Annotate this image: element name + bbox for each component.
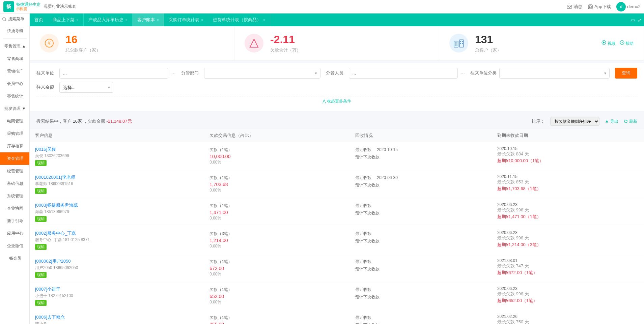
last-collect-label: 最近收款 2020-10-15 (355, 146, 486, 154)
overdue-days: 最长欠款 884 天 (497, 151, 639, 157)
col-header-customer-info: 客户信息 (30, 129, 204, 142)
filter-label-dept: 分管部门 (181, 70, 201, 76)
next-collect: 预计下次收款 (355, 294, 486, 301)
tab-maximize-btn[interactable]: ⤢ (638, 18, 641, 23)
overdue-amount[interactable]: 超期¥1,703.68（1笔） (497, 186, 639, 192)
tab-close-purchase-order[interactable]: × (201, 18, 203, 22)
tab-minimize-btn[interactable]: ▭ (631, 18, 635, 23)
tab-products-off[interactable]: 商品上下架 × (48, 13, 84, 26)
tab-close-products-off[interactable]: × (77, 18, 79, 22)
video-btn[interactable]: 视频 (601, 40, 615, 47)
manager-input[interactable] (349, 68, 458, 79)
overdue-amount[interactable]: 超期¥10,000.00（1笔） (497, 158, 639, 164)
tab-inbound-stats[interactable]: 进货单统计表（按商品） × (208, 13, 270, 26)
export-btn[interactable]: 导出 (605, 119, 618, 124)
debt-ratio: 0.00% (209, 244, 344, 248)
tab-close-customer-account[interactable]: × (157, 18, 159, 22)
cell-due-date: 2020.11.15 最长欠款 853 天 超期¥1,703.68（1笔） (492, 170, 644, 198)
sidebar-item-quick-nav[interactable]: 快捷导航 (0, 25, 29, 37)
sidebar-item-member-plus[interactable]: 畅会员 (0, 252, 29, 265)
svg-rect-17 (462, 43, 463, 44)
filter-dept: 分管部门 (181, 68, 320, 79)
overdue-amount[interactable]: 超期¥652.00（1笔） (497, 298, 639, 304)
col-header-debt-info: 欠款交易信息（占比） (204, 129, 350, 142)
help-btn[interactable]: ? 帮助 (620, 40, 634, 47)
tab-customer-account[interactable]: 客户账本 × (133, 13, 164, 26)
user-avatar[interactable]: d demo2 (616, 2, 641, 11)
sidebar-item-retail-stats[interactable]: 零售统计 (0, 90, 29, 102)
cell-customer-info: [0007]小进干 小进干 18279152100 现销 (30, 282, 204, 310)
svg-rect-2 (589, 6, 591, 8)
overdue-days: 最长欠款 998 天 (497, 291, 639, 297)
overdue-amount[interactable]: 超期¥1,214.00（3笔） (497, 242, 639, 248)
balance-select[interactable]: 选择... (59, 82, 113, 93)
company-selector[interactable]: 母婴行业演示账套 (44, 4, 76, 9)
logo-icon: 畅 (3, 1, 14, 12)
due-date: 2020.11.15 (497, 174, 639, 179)
counterpart-unit-input[interactable] (59, 68, 168, 79)
svg-text:¥: ¥ (48, 40, 51, 46)
customer-name-link[interactable]: [0001020001]李老师 (35, 175, 75, 180)
query-button[interactable]: 查询 (615, 68, 637, 79)
sidebar-item-basic-info[interactable]: 基础信息 (0, 177, 29, 190)
sidebar-item-purchase-mgmt[interactable]: 采购管理 (0, 127, 29, 140)
unit-class-select[interactable] (499, 68, 610, 79)
sidebar-item-enterprise-collab[interactable]: 企业协同 (0, 202, 29, 215)
overdue-amount[interactable]: 超期¥1,471.00（1笔） (497, 214, 639, 220)
sidebar-item-enterprise-wechat[interactable]: 企业微信 (0, 240, 29, 252)
customer-name-link[interactable]: [0016]吴俊 (35, 147, 56, 152)
debt-ratio: 0.00% (209, 272, 344, 276)
collapse-more-btn[interactable]: ⋀ 收起更多条件 (36, 96, 637, 106)
sidebar-item-batch-mgmt[interactable]: 批发管理 ▼ (0, 102, 29, 115)
customer-name-link[interactable]: [0002]服务中心_丁磊 (35, 231, 76, 236)
tab-home[interactable]: 首页 (30, 13, 48, 26)
next-collect: 预计下次收款 (355, 154, 486, 161)
customer-name-link[interactable]: [000002]用户2050 (35, 259, 71, 264)
sidebar-item-system-mgmt[interactable]: 系统管理 (0, 190, 29, 202)
sidebar-item-marketing[interactable]: 营销推广 (0, 65, 29, 78)
dept-select[interactable] (204, 68, 320, 79)
cell-debt-info: 欠款（1笔） 1,471.00 0.00% (204, 198, 350, 226)
manager-dots[interactable]: ··· (460, 70, 465, 76)
cell-collect-info: 最近收款 2020-06-30 预计下次收款 (350, 170, 492, 198)
svg-marker-7 (250, 39, 258, 47)
sidebar-item-inventory[interactable]: 库存核算 (0, 140, 29, 152)
counterpart-unit-dots[interactable]: ··· (171, 70, 175, 76)
main-layout: 搜索菜单 快捷导航 零售管理 ▲ 零售商城 营销推广 会员中心 零售统计 批发 (0, 13, 644, 324)
customer-name-link[interactable]: [0003]畅捷服务尹海蕊 (35, 203, 78, 208)
sidebar-search[interactable]: 搜索菜单 (0, 13, 29, 25)
customer-tag: 现销 (35, 160, 47, 166)
sidebar-item-operations-mgmt[interactable]: 经营管理 (0, 165, 29, 177)
sidebar-item-finance-mgmt[interactable]: 资金管理 (0, 152, 29, 165)
svg-rect-15 (460, 43, 461, 44)
sidebar-item-member-center[interactable]: 会员中心 (0, 78, 29, 90)
due-date: 2021.03.01 (497, 258, 639, 263)
refresh-btn[interactable]: 刷新 (624, 119, 637, 124)
results-bar: 搜索结果中，客户 16家 ，欠款金额 -21,148.07元 排序： 按欠款金额… (30, 114, 644, 129)
svg-rect-9 (459, 40, 464, 47)
sidebar-item-retail-mall[interactable]: 零售商城 (0, 53, 29, 65)
cell-due-date: 2021.02.26 最长欠款 750 天 超期¥455.90（1笔） (492, 310, 644, 324)
app-download-btn[interactable]: App下载 (588, 4, 611, 10)
sidebar-item-ecommerce[interactable]: 电商管理 (0, 115, 29, 127)
cell-collect-info: 最近收款 预计下次收款 (350, 310, 492, 324)
stat-icon-overdue-customers: ¥ (40, 34, 59, 53)
filter-label-balance: 往来余额 (36, 84, 57, 90)
tab-purchase-order[interactable]: 采购订单统计表 × (164, 13, 208, 26)
message-btn[interactable]: 消息 (567, 4, 582, 10)
tab-close-inbound-stats[interactable]: × (263, 18, 265, 22)
sort-select[interactable]: 按欠款金额倒序排序 (550, 117, 599, 126)
sidebar-item-retail-mgmt[interactable]: 零售管理 ▲ (0, 40, 29, 53)
tab-close-production-history[interactable]: × (125, 18, 128, 22)
customer-tag: 现销 (35, 300, 47, 306)
stat-card-actions: 视频 ? 帮助 (601, 40, 634, 47)
sidebar-item-app-center[interactable]: 应用中心 (0, 227, 29, 240)
tab-production-history[interactable]: 产成品入库单历史 × (84, 13, 133, 26)
cell-debt-info: 欠款（1笔） 1,703.68 0.00% (204, 170, 350, 198)
sidebar-item-new-guide[interactable]: 新手引导 (0, 215, 29, 227)
customer-name-link[interactable]: [0007]小进干 (35, 287, 60, 292)
data-table-wrapper: 客户信息 欠款交易信息（占比） 回收情况 到期未收款日期 [0016]吴俊 吴俊… (30, 129, 644, 324)
cell-due-date: 2020.06.23 最长欠款 998 天 超期¥1,471.00（1笔） (492, 198, 644, 226)
overdue-amount[interactable]: 超期¥672.00（1笔） (497, 270, 639, 276)
customer-name-link[interactable]: [0006]去下粮仓 (35, 315, 65, 320)
